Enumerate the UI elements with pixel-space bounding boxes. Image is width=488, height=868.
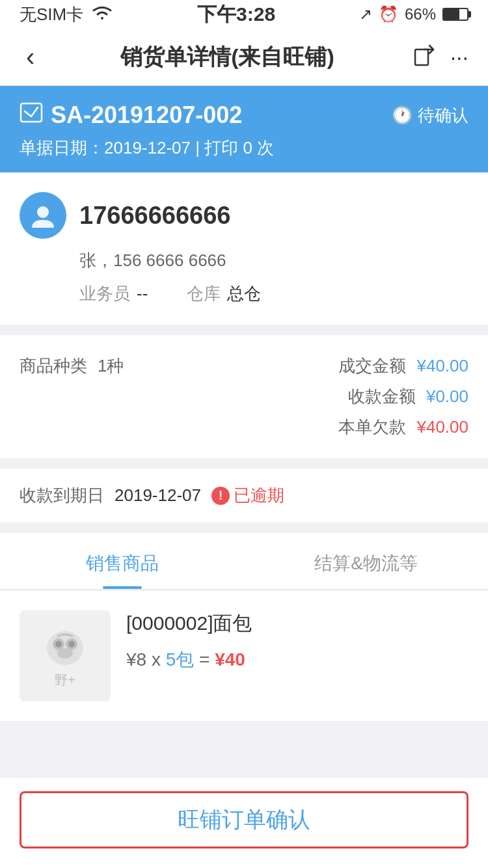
status-right: ↗ ⏰ 66% (359, 5, 468, 23)
warehouse-label: 仓库 (187, 282, 221, 305)
share-icon[interactable] (414, 43, 437, 72)
wifi-icon (91, 4, 113, 25)
quantity-highlight: 5包 (166, 649, 195, 670)
nav-actions: ··· (414, 43, 468, 72)
battery-icon (442, 8, 468, 21)
status-time: 下午3:28 (197, 1, 275, 28)
overdue-icon: ! (211, 487, 230, 505)
product-types-label: 商品种类 (20, 355, 87, 377)
overdue-label: 已逾期 (234, 484, 284, 507)
svg-point-6 (55, 641, 62, 647)
salesperson-item: 业务员 -- (79, 282, 148, 305)
svg-point-7 (68, 641, 75, 647)
page-title: 销货单详情(来自旺铺) (41, 42, 413, 72)
products-section: 野+ [0000002]面包 ¥8 x 5包 = ¥40 (0, 591, 488, 721)
customer-meta: 业务员 -- 仓库 总仓 (20, 282, 468, 305)
collected-label: 收款金额 (348, 385, 416, 408)
due-date-label: 收款到期日 (20, 484, 104, 507)
avatar (20, 192, 66, 239)
product-price-row: ¥8 x 5包 = ¥40 (126, 647, 468, 672)
order-icon (20, 102, 43, 129)
product-details: [0000002]面包 ¥8 x 5包 = ¥40 (126, 610, 468, 672)
due-section: 收款到期日 2019-12-07 ! 已逾期 (0, 468, 488, 522)
battery-label: 66% (405, 5, 436, 23)
warehouse-item: 仓库 总仓 (187, 282, 261, 305)
transaction-row: 成交金额 ¥40.00 (338, 355, 468, 377)
nav-bar: ‹ 销货单详情(来自旺铺) ··· (0, 29, 488, 86)
stats-left: 商品种类 1种 (20, 355, 124, 377)
stats-section: 商品种类 1种 成交金额 ¥40.00 收款金额 ¥0.00 本单欠款 ¥40.… (0, 335, 488, 458)
collected-row: 收款金额 ¥0.00 (348, 385, 468, 408)
carrier-label: 无SIM卡 (20, 3, 83, 26)
due-value: ¥40.00 (416, 417, 468, 437)
location-icon: ↗ (359, 5, 372, 23)
status-clock-icon: 🕐 (392, 105, 413, 126)
alarm-icon: ⏰ (379, 5, 398, 23)
order-header: SA-20191207-002 🕐 待确认 单据日期：2019-12-07 | … (0, 86, 488, 172)
confirm-button[interactable]: 旺铺订单确认 (20, 791, 468, 848)
due-date-value: 2019-12-07 (115, 485, 201, 506)
product-name: [0000002]面包 (126, 610, 468, 637)
product-image: 野+ (20, 610, 111, 701)
svg-rect-0 (415, 49, 428, 65)
customer-row: 17666666666 (20, 192, 468, 239)
order-id: SA-20191207-002 (20, 102, 242, 129)
bottom-bar: 旺铺订单确认 (0, 778, 488, 868)
product-count: 1种 (98, 355, 124, 377)
tabs-section: 销售商品 结算&物流等 (0, 533, 488, 590)
svg-rect-1 (21, 103, 42, 122)
customer-info: 张，156 6666 6666 (20, 249, 468, 272)
back-button[interactable]: ‹ (20, 36, 41, 78)
transaction-value: ¥40.00 (416, 356, 468, 376)
salesperson-value: -- (137, 284, 148, 304)
customer-section: 17666666666 张，156 6666 6666 业务员 -- 仓库 总仓 (0, 172, 488, 325)
status-left: 无SIM卡 (20, 3, 113, 26)
product-image-placeholder: 野+ (39, 623, 91, 689)
tab-settlement[interactable]: 结算&物流等 (244, 533, 488, 589)
collected-value: ¥0.00 (426, 387, 468, 407)
stats-right: 成交金额 ¥40.00 收款金额 ¥0.00 本单欠款 ¥40.00 (338, 355, 468, 439)
equals-label: = (194, 649, 215, 670)
tab-products[interactable]: 销售商品 (0, 533, 244, 589)
transaction-label: 成交金额 (338, 355, 406, 377)
product-item: 野+ [0000002]面包 ¥8 x 5包 = ¥40 (20, 610, 468, 701)
svg-point-8 (57, 648, 73, 658)
warehouse-value: 总仓 (227, 282, 261, 305)
order-id-row: SA-20191207-002 🕐 待确认 (20, 102, 468, 129)
due-row: 本单欠款 ¥40.00 (338, 416, 468, 439)
price-label: ¥8 x (126, 649, 166, 670)
status-bar: 无SIM卡 下午3:28 ↗ ⏰ 66% (0, 0, 488, 29)
order-date: 单据日期：2019-12-07 | 打印 0 次 (20, 137, 468, 159)
customer-phone: 17666666666 (79, 202, 230, 230)
overdue-badge: ! 已逾期 (211, 484, 284, 507)
svg-point-2 (37, 206, 49, 218)
order-status: 🕐 待确认 (392, 104, 468, 127)
salesperson-label: 业务员 (79, 282, 130, 305)
due-label: 本单欠款 (338, 416, 406, 439)
total-price: ¥40 (215, 649, 245, 670)
more-icon[interactable]: ··· (450, 44, 468, 70)
